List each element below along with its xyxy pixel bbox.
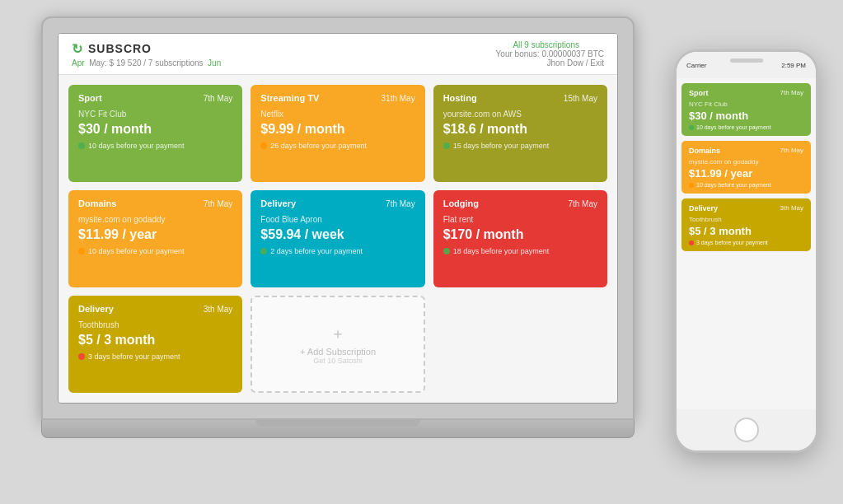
subscription-card[interactable]: Sport 7th May NYC Fit Club $30 / month 1… xyxy=(68,85,242,182)
phone-time: 2:59 PM xyxy=(781,62,806,69)
card-date: 31th May xyxy=(382,94,415,103)
phone-status-bar: Carrier 2:59 PM xyxy=(677,52,816,78)
add-icon: ＋ xyxy=(330,324,345,343)
phone-speaker xyxy=(730,58,763,63)
subscription-card[interactable]: Delivery 3th May Toothbrush $5 / 3 month… xyxy=(68,296,242,393)
phone-subscription-card[interactable]: Delivery 3th May Toothbrush $5 / 3 month… xyxy=(681,198,811,251)
card-reminder: 10 days before your payment xyxy=(78,247,232,255)
phone-card-header: Sport 7th May xyxy=(689,89,803,97)
card-reminder: 10 days before your payment xyxy=(78,142,232,150)
reminder-text: 2 days before your payment xyxy=(270,247,363,255)
phone-screen: Sport 7th May NYC Fit Club $30 / month 1… xyxy=(677,78,816,409)
scene: ↻ SUBSCRO Apr May: $ 19 520 / 7 subscrip… xyxy=(0,0,843,504)
card-title: Streaming TV xyxy=(260,93,319,103)
phone-card-header: Delivery 3th May xyxy=(689,204,803,212)
bonus-text: Your bonus: 0.00000037 BTC xyxy=(496,49,604,58)
subscription-card[interactable]: Lodging 7th May Flat rent $170 / month 1… xyxy=(433,190,607,287)
card-date: 7th May xyxy=(204,199,233,208)
card-date: 7th May xyxy=(204,94,233,103)
phone-reminder-dot xyxy=(689,125,694,130)
header: ↻ SUBSCRO Apr May: $ 19 520 / 7 subscrip… xyxy=(59,34,617,75)
laptop-stand xyxy=(255,420,420,427)
phone-card-title: Sport xyxy=(689,89,709,97)
card-header: Lodging 7th May xyxy=(443,198,597,208)
card-title: Delivery xyxy=(260,198,296,208)
reminder-dot xyxy=(78,248,85,254)
card-title: Delivery xyxy=(78,304,114,314)
phone-subscription-card[interactable]: Sport 7th May NYC Fit Club $30 / month 1… xyxy=(681,83,811,136)
subscription-card[interactable]: Hosting 15th May yoursite.com on AWS $18… xyxy=(433,85,607,182)
card-price: $11.99 / year xyxy=(78,227,232,242)
card-price: $9.99 / month xyxy=(260,122,414,137)
card-title: Sport xyxy=(78,93,102,103)
reminder-text: 18 days before your payment xyxy=(453,247,550,255)
laptop-body: ↻ SUBSCRO Apr May: $ 19 520 / 7 subscrip… xyxy=(41,16,635,420)
header-right: All 9 subscriptions Your bonus: 0.000000… xyxy=(496,40,604,68)
reminder-dot xyxy=(443,142,450,149)
phone-card-provider: NYC Fit Club xyxy=(689,100,803,108)
phone-home-button[interactable] xyxy=(734,418,759,442)
card-reminder: 2 days before your payment xyxy=(260,247,414,255)
phone-card-provider: Toothbrush xyxy=(689,216,803,223)
card-title: Lodging xyxy=(443,198,479,208)
apr-link[interactable]: Apr xyxy=(72,58,85,68)
reminder-text: 15 days before your payment xyxy=(453,142,550,150)
jun-link[interactable]: Jun xyxy=(208,58,221,68)
card-reminder: 18 days before your payment xyxy=(443,247,597,255)
card-provider: NYC Fit Club xyxy=(78,110,232,119)
phone-card-title: Domains xyxy=(689,147,720,155)
carrier-label: Carrier xyxy=(686,62,706,69)
logo: ↻ SUBSCRO xyxy=(72,41,221,57)
logo-text: SUBSCRO xyxy=(88,42,152,55)
card-price: $59.94 / week xyxy=(260,227,414,242)
card-date: 3th May xyxy=(204,305,233,314)
phone-card-price: $11.99 / year xyxy=(689,167,803,180)
add-label: + Add Subscription xyxy=(300,347,376,357)
phone-card-price: $30 / month xyxy=(689,110,803,122)
phone-reminder-dot xyxy=(689,240,694,245)
all-subscriptions-link[interactable]: All 9 subscriptions xyxy=(513,40,579,49)
user-info: Jhon Dow / Exit xyxy=(496,58,604,68)
laptop: ↻ SUBSCRO Apr May: $ 19 520 / 7 subscrip… xyxy=(41,16,635,478)
reminder-dot xyxy=(78,353,85,360)
card-date: 15th May xyxy=(564,94,597,103)
phone-reminder-text: 10 days before your payment xyxy=(696,124,771,130)
phone-card-date: 7th May xyxy=(780,147,803,155)
laptop-base xyxy=(41,420,635,438)
card-reminder: 15 days before your payment xyxy=(443,142,597,150)
card-header: Domains 7th May xyxy=(78,198,232,208)
card-title: Domains xyxy=(78,198,116,208)
phone: Carrier 2:59 PM Sport 7th May NYC Fit Cl… xyxy=(674,49,818,453)
card-date: 7th May xyxy=(568,199,597,208)
phone-card-date: 7th May xyxy=(780,89,803,97)
reminder-dot xyxy=(260,248,267,254)
card-price: $18.6 / month xyxy=(443,122,597,137)
phone-card-reminder: 3 days before your payment xyxy=(689,240,803,245)
phone-bottom xyxy=(677,409,816,450)
laptop-screen: ↻ SUBSCRO Apr May: $ 19 520 / 7 subscrip… xyxy=(58,33,618,404)
phone-card-header: Domains 7th May xyxy=(689,147,803,155)
main-content: Sport 7th May NYC Fit Club $30 / month 1… xyxy=(59,75,617,403)
logo-icon: ↻ xyxy=(72,41,83,57)
add-subscription-card[interactable]: ＋ + Add Subscription Get 10 Satoshi xyxy=(251,296,424,393)
card-provider: Netflix xyxy=(260,110,414,119)
phone-reminder-dot xyxy=(689,183,694,188)
reminder-text: 10 days before your payment xyxy=(88,247,185,255)
may-summary: May: $ 19 520 / 7 subscriptions xyxy=(89,58,203,68)
phone-card-title: Delivery xyxy=(689,204,718,212)
card-provider: yoursite.com on AWS xyxy=(443,110,597,119)
card-provider: Flat rent xyxy=(443,215,597,224)
card-reminder: 26 days before your payment xyxy=(260,142,414,150)
phone-card-date: 3th May xyxy=(780,204,803,212)
phone-card-price: $5 / 3 month xyxy=(689,225,803,237)
header-sub: Apr May: $ 19 520 / 7 subscriptions Jun xyxy=(72,58,221,68)
card-price: $30 / month xyxy=(78,122,232,137)
subscription-card[interactable]: Streaming TV 31th May Netflix $9.99 / mo… xyxy=(251,85,424,182)
subscription-card[interactable]: Delivery 7th May Food Blue Apron $59.94 … xyxy=(251,190,424,287)
reminder-dot xyxy=(78,142,85,149)
reminder-text: 3 days before your payment xyxy=(88,352,180,361)
app: ↻ SUBSCRO Apr May: $ 19 520 / 7 subscrip… xyxy=(59,34,617,403)
reminder-dot xyxy=(443,248,450,254)
subscription-card[interactable]: Domains 7th May mysite.com on godaddy $1… xyxy=(68,190,242,287)
phone-subscription-card[interactable]: Domains 7th May mysite.com on godaddy $1… xyxy=(681,141,811,194)
